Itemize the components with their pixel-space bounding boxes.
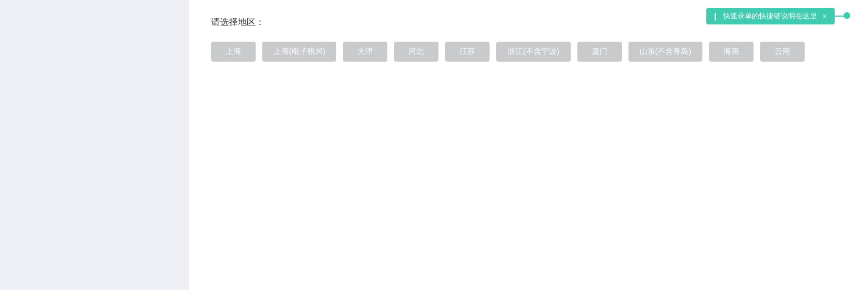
tooltip-close-button[interactable]: × <box>822 12 827 21</box>
region-button-shanghai[interactable]: 上海 <box>211 42 256 62</box>
main-content: 请选择地区： 上海上海(电子税局)天津河北江苏浙江(不含宁波)厦门山东(不含青岛… <box>189 0 868 290</box>
tooltip-text: 快速录单的快捷键说明在这里 <box>723 11 817 21</box>
region-button-hainan[interactable]: 海南 <box>709 42 754 62</box>
region-button-shanghai-etax[interactable]: 上海(电子税局) <box>262 42 336 62</box>
region-buttons-container: 上海上海(电子税局)天津河北江苏浙江(不含宁波)厦门山东(不含青岛)海南云南 <box>211 42 846 62</box>
tooltip-connector-dot <box>844 12 850 19</box>
region-button-tianjin[interactable]: 天津 <box>343 42 387 62</box>
region-button-zhejiang[interactable]: 浙江(不含宁波) <box>496 42 570 62</box>
region-button-jiangsu[interactable]: 江苏 <box>445 42 490 62</box>
sidebar <box>0 0 189 290</box>
tooltip-banner: 快速录单的快捷键说明在这里 × <box>706 8 835 24</box>
region-button-yunnan[interactable]: 云南 <box>760 42 805 62</box>
region-button-xiamen[interactable]: 厦门 <box>577 42 622 62</box>
region-button-hebei[interactable]: 河北 <box>394 42 438 62</box>
region-button-shandong[interactable]: 山东(不含青岛) <box>628 42 702 62</box>
